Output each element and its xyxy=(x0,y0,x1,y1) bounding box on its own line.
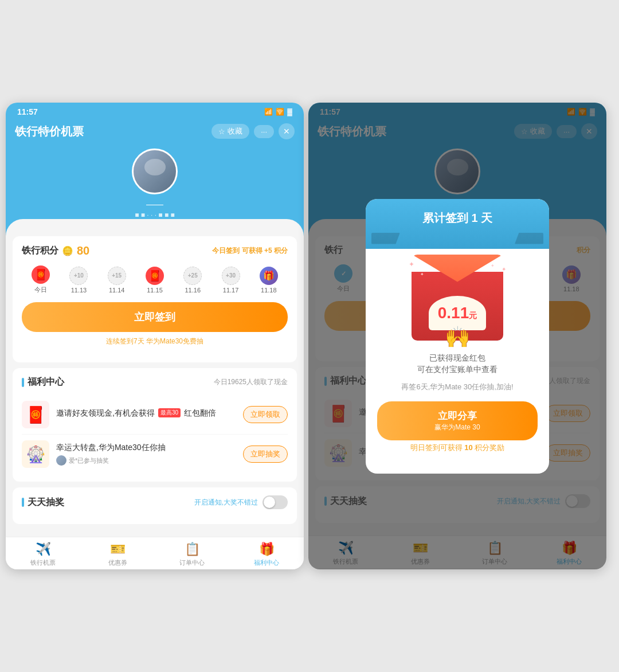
welfare-icon-lucky: 🎡 xyxy=(22,440,49,468)
popup-desc1: 已获得现金红包 xyxy=(377,353,538,364)
left-phone: 11:57 📶 🛜 ▓ 铁行特价机票 ☆ 收藏 ··· ✕ xyxy=(6,103,304,569)
daily-header-left: 天天抽奖 开启通知,大奖不错过 xyxy=(22,495,288,509)
user-id-left: ■ ■ · · · ■ ■ ■ xyxy=(135,211,175,219)
daily-section-left: 天天抽奖 开启通知,大奖不错过 xyxy=(13,487,297,524)
daily-title-left: 天天抽奖 xyxy=(22,497,64,509)
ribbon-right xyxy=(515,233,543,244)
popup-tomorrow-hint: 明日签到可获得 10 积分奖励 xyxy=(377,443,538,462)
signin-day-0: 🧧 今日 xyxy=(22,265,60,294)
avatar-left xyxy=(132,149,178,194)
close-icon-left: ✕ xyxy=(283,127,290,136)
header-actions-left: ☆ 收藏 ··· ✕ xyxy=(211,123,295,139)
welfare-item-invite: 🧧 邀请好友领现金,有机会获得 最高30 红包翻倍 立即领取 xyxy=(22,395,288,435)
popup-body: 0.11 元 🙌 ✦ ✦ ✦ ✦ xyxy=(366,249,549,474)
popup-card: 累计签到 1 天 0.11 元 xyxy=(366,199,549,474)
nav-flights-label-left: 铁行机票 xyxy=(30,558,56,567)
popup-title: 累计签到 1 天 xyxy=(377,210,538,226)
popup-amount-unit: 元 xyxy=(469,311,477,321)
collect-button-left[interactable]: ☆ 收藏 xyxy=(211,124,249,139)
welfare-name-lucky: 幸运大转盘,华为Mate30任你抽 xyxy=(56,443,236,453)
ribbon-left xyxy=(371,233,400,244)
right-phone: 11:57 📶 🛜 ▓ 铁行特价机票 ☆ 收藏 ··· ✕ xyxy=(308,103,606,569)
nav-flights-left[interactable]: ✈️ 铁行机票 xyxy=(6,542,80,567)
welfare-hint-left: 今日19625人领取了现金 xyxy=(214,377,288,387)
signin-day-4: +25 11.16 xyxy=(174,267,211,294)
welfare-header-left: 福利中心 今日19625人领取了现金 xyxy=(22,376,288,388)
star-icon-left: ☆ xyxy=(218,127,225,136)
more-button-left[interactable]: ··· xyxy=(254,125,274,138)
signin-day-1: +10 11.13 xyxy=(60,267,97,294)
notify-toggle-left[interactable] xyxy=(263,495,288,509)
toggle-knob-left xyxy=(264,497,275,508)
signal-icon-left: 📶 xyxy=(264,108,273,116)
username-left: —— xyxy=(146,199,163,209)
battery-icon-left: ▓ xyxy=(287,108,292,116)
nav-welfare-left[interactable]: 🎁 福利中心 xyxy=(229,542,304,567)
time-left: 11:57 xyxy=(17,107,38,116)
welfare-section-left: 福利中心 今日19625人领取了现金 🧧 邀请好友领现金,有机会获得 最高30 … xyxy=(13,368,297,482)
popup-overlay: 累计签到 1 天 0.11 元 xyxy=(308,103,606,569)
invite-claim-button[interactable]: 立即领取 xyxy=(243,406,288,423)
points-header-left: 铁行积分 🪙 80 今日签到 可获得 +5 积分 xyxy=(22,244,288,257)
nav-orders-label-left: 订单中心 xyxy=(179,558,205,567)
signin-day-3: 🧧 11.15 xyxy=(136,267,174,294)
notify-label-left: 开启通知,大奖不错过 xyxy=(194,498,258,507)
close-button-left[interactable]: ✕ xyxy=(279,123,295,139)
popup-share-button[interactable]: 立即分享 赢华为Mate 30 xyxy=(377,401,538,440)
lucky-draw-button[interactable]: 立即抽奖 xyxy=(243,446,288,463)
nav-orders-icon-left: 📋 xyxy=(185,542,200,557)
points-title-left: 铁行积分 🪙 80 xyxy=(22,244,89,257)
signin-day-5: +30 11.17 xyxy=(211,267,249,294)
profile-section-left: —— ■ ■ · · · ■ ■ ■ xyxy=(6,149,304,236)
user-participant: 爱*已参与抽奖 xyxy=(56,455,236,466)
nav-coupons-left[interactable]: 🎫 优惠券 xyxy=(80,542,155,567)
signin-day-6: 🎁 11.18 xyxy=(250,267,288,294)
welfare-name-invite: 邀请好友领现金,有机会获得 最高30 红包翻倍 xyxy=(56,408,236,419)
app-title-left: 铁行特价机票 xyxy=(15,124,84,139)
welfare-title-left: 福利中心 xyxy=(22,376,64,388)
signin-hint-left: 连续签到7天 华为Mate30免费抽 xyxy=(22,337,288,346)
signin-strip-left: 🧧 今日 +10 11.13 +15 11.14 🧧 11.15 xyxy=(22,265,288,294)
welfare-icon-invite: 🧧 xyxy=(22,401,49,428)
nav-flights-icon-left: ✈️ xyxy=(36,542,51,557)
signin-button-left[interactable]: 立即签到 xyxy=(22,302,288,332)
popup-desc2: 可在支付宝账单中查看 xyxy=(377,365,538,375)
hands-emoji: 🙌 xyxy=(445,325,471,349)
points-value-left: 80 xyxy=(77,244,89,257)
nav-coupons-label-left: 优惠券 xyxy=(108,558,127,567)
bottom-nav-left: ✈️ 铁行机票 🎫 优惠券 📋 订单中心 🎁 福利中心 xyxy=(6,537,304,569)
points-section-left: 铁行积分 🪙 80 今日签到 可获得 +5 积分 🧧 今日 xyxy=(13,236,297,362)
nav-welfare-icon-left: 🎁 xyxy=(259,542,275,557)
popup-amount: 0.11 xyxy=(438,304,469,322)
signin-day-2: +15 11.14 xyxy=(98,267,136,294)
popup-continue: 再签6天,华为Mate 30任你抽,加油! xyxy=(377,382,538,392)
welfare-item-lucky: 🎡 幸运大转盘,华为Mate30任你抽 爱*已参与抽奖 立即抽奖 xyxy=(22,435,288,474)
nav-coupons-icon-left: 🎫 xyxy=(110,542,126,557)
status-bar-left: 11:57 📶 🛜 ▓ xyxy=(6,103,304,119)
envelope-container: 0.11 元 🙌 ✦ ✦ ✦ ✦ xyxy=(406,243,509,346)
welfare-info-lucky: 幸运大转盘,华为Mate30任你抽 爱*已参与抽奖 xyxy=(56,443,236,466)
app-header-left: 铁行特价机票 ☆ 收藏 ··· ✕ xyxy=(6,119,304,149)
content-left: 铁行积分 🪙 80 今日签到 可获得 +5 积分 🧧 今日 xyxy=(6,236,304,537)
nav-welfare-label-left: 福利中心 xyxy=(254,558,279,567)
wifi-icon-left: 🛜 xyxy=(276,108,284,116)
points-hint-left: 今日签到 可获得 +5 积分 xyxy=(212,246,288,256)
popup-header: 累计签到 1 天 xyxy=(366,199,549,249)
welfare-info-invite: 邀请好友领现金,有机会获得 最高30 红包翻倍 xyxy=(56,408,236,421)
nav-orders-left[interactable]: 📋 订单中心 xyxy=(155,542,229,567)
